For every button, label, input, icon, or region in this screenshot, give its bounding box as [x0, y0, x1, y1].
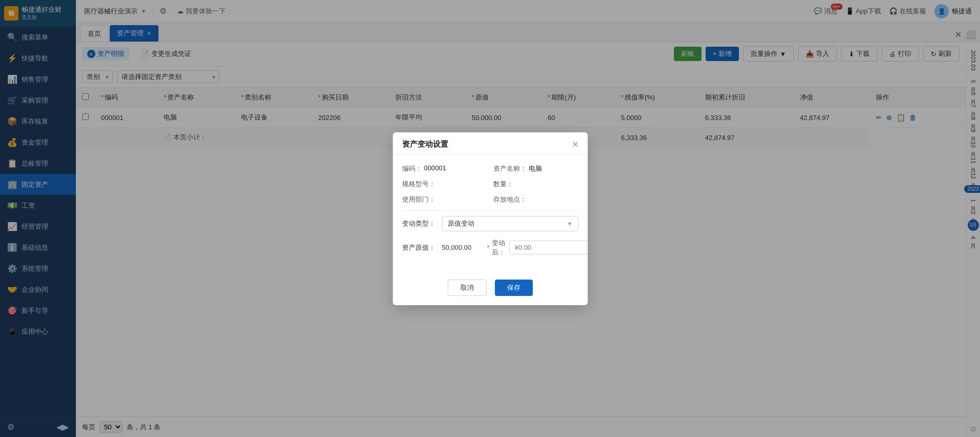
original-value: 50,000.00 — [442, 244, 483, 251]
dialog-field-change-type: 变动类型： 原值变动 ▼ — [402, 216, 578, 231]
dialog-col-qty: 数量： — [493, 180, 578, 189]
after-change-input[interactable] — [509, 241, 588, 254]
asset-change-dialog: 资产变动设置 ✕ 编码： 000001 资产名称： 电脑 — [393, 132, 588, 305]
required-star: * — [487, 244, 490, 251]
dialog-col-loc: 存放地点： — [493, 195, 578, 204]
change-type-label: 变动类型： — [402, 219, 438, 228]
dialog-row-dept-loc: 使用部门： 存放地点： — [402, 195, 578, 204]
loc-label: 存放地点： — [493, 195, 527, 204]
asset-name-value: 电脑 — [529, 164, 542, 173]
change-type-value: 原值变动 — [448, 219, 565, 228]
dialog-footer: 取消 保存 — [393, 273, 588, 305]
dialog-col-name: 资产名称： 电脑 — [493, 164, 578, 173]
dialog-header: 资产变动设置 ✕ — [393, 132, 588, 155]
dialog-title: 资产变动设置 — [402, 140, 448, 149]
change-type-select[interactable]: 原值变动 ▼ — [442, 216, 578, 231]
chevron-down-icon: ▼ — [567, 221, 573, 227]
code-value: 000001 — [424, 164, 446, 173]
original-value-label: 资产原值： — [402, 243, 438, 252]
asset-name-label: 资产名称： — [493, 164, 527, 173]
dept-label: 使用部门： — [402, 195, 435, 204]
dialog-close-button[interactable]: ✕ — [572, 140, 578, 149]
code-label: 编码： — [402, 164, 422, 173]
dialog-divider — [402, 210, 578, 211]
dialog-body: 编码： 000001 资产名称： 电脑 规格型号： — [393, 155, 588, 273]
save-button[interactable]: 保存 — [495, 280, 533, 296]
after-change-wrapper: * 变动后： — [487, 239, 588, 257]
modal-overlay: 资产变动设置 ✕ 编码： 000001 资产名称： 电脑 — [0, 0, 980, 437]
dialog-row-code-name: 编码： 000001 资产名称： 电脑 — [402, 164, 578, 173]
cancel-button[interactable]: 取消 — [448, 280, 487, 296]
after-change-label: 变动后： — [492, 239, 505, 257]
dialog-field-values: 资产原值： 50,000.00 * 变动后： — [402, 239, 578, 257]
dialog-row-spec-qty: 规格型号： 数量： — [402, 180, 578, 189]
dialog-col-code: 编码： 000001 — [402, 164, 487, 173]
dialog-col-dept: 使用部门： — [402, 195, 487, 204]
qty-label: 数量： — [493, 180, 513, 189]
dialog-col-spec: 规格型号： — [402, 180, 487, 189]
spec-label: 规格型号： — [402, 180, 435, 189]
